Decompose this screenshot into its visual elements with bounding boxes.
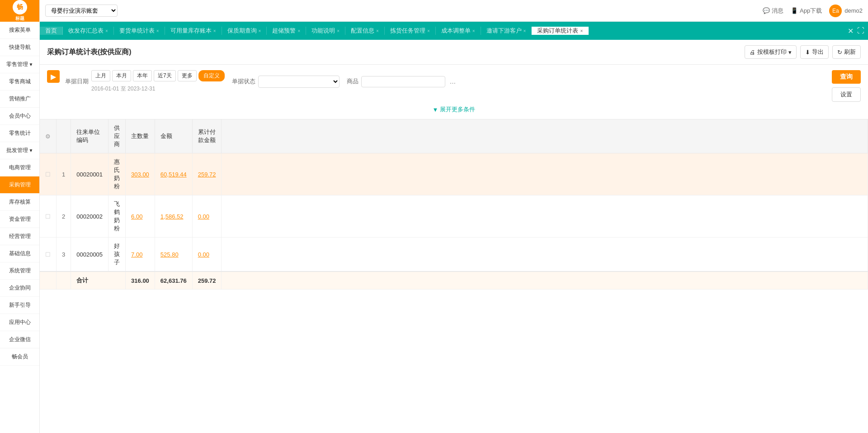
row-paid-amount-0: 259.72 <box>192 153 222 195</box>
table-footer-row: 合计 316.00 62,631.76 259.72 <box>40 271 868 290</box>
sidebar-item-marketing[interactable]: 营销推广 <box>0 90 39 108</box>
tab-invite-downstream[interactable]: 邀请下游客户 × <box>481 27 532 35</box>
row-amount-1: 1,586.52 <box>155 195 192 238</box>
store-select[interactable]: 母婴行业演示账套 <box>45 5 118 17</box>
tab-purchase-summary[interactable]: 采购订单统计表 × <box>532 27 589 35</box>
row-check-0[interactable]: ☐ <box>40 153 57 195</box>
goods-filter-dots[interactable]: ... <box>450 77 456 86</box>
tab-close-pickup-task[interactable]: × <box>427 29 430 33</box>
sidebar-item-retail[interactable]: 零售管理▼ <box>0 56 39 73</box>
tab-overstock-warning[interactable]: 超储预警 × <box>267 27 306 35</box>
sidebar-item-wholesale[interactable]: 批发管理▼ <box>0 142 39 159</box>
refresh-icon: ↻ <box>837 49 842 56</box>
tab-close-config-info[interactable]: × <box>376 29 379 33</box>
tab-items-container: 首页收发存汇总表 ×要货单统计表 ×可用量库存账本 ×保质期查询 ×超储预警 ×… <box>40 27 848 35</box>
tab-function-desc[interactable]: 功能说明 × <box>306 27 345 35</box>
sidebar-item-enterprise[interactable]: 企业协同 <box>0 280 39 297</box>
tab-close-order-summary[interactable]: × <box>156 29 159 33</box>
date-btn-last-month[interactable]: 上月 <box>91 70 110 81</box>
sidebar-item-inventory[interactable]: 库存核算 <box>0 194 39 211</box>
table-header-row: ⚙ 往来单位编码 供应商 主数量 金额 累计付款金额 <box>40 119 868 153</box>
sidebar-item-arrow-wholesale: ▼ <box>29 148 33 153</box>
goods-filter-input[interactable] <box>361 76 445 87</box>
tab-close-collect-summary[interactable]: × <box>105 29 108 33</box>
tab-close-all-icon[interactable]: ✕ <box>848 27 854 35</box>
sidebar-item-finance[interactable]: 资金管理 <box>0 211 39 228</box>
date-btn-7days[interactable]: 近7天 <box>154 70 176 81</box>
expand-more-button[interactable]: ▼ 展开更多条件 <box>433 105 476 114</box>
table-body: ☐ 1 00020001 惠氏奶粉 303.00 60,519.44 259.7… <box>40 153 868 272</box>
tab-home[interactable]: 首页 <box>40 27 63 35</box>
tab-label-inventory-ledger: 可用量库存账本 <box>170 27 212 35</box>
sidebar-item-app-center[interactable]: 应用中心 <box>0 314 39 331</box>
date-btn-custom[interactable]: 自定义 <box>198 70 225 81</box>
tab-close-purchase-summary[interactable]: × <box>580 29 583 33</box>
tab-order-summary[interactable]: 要货单统计表 × <box>114 27 165 35</box>
tab-config-info[interactable]: 配置信息 × <box>345 27 385 35</box>
date-btn-this-year[interactable]: 本年 <box>133 70 152 81</box>
settings-icon[interactable]: ⚙ <box>45 133 51 140</box>
setting-button[interactable]: 设置 <box>832 87 861 102</box>
query-button[interactable]: 查询 <box>832 70 861 84</box>
tab-close-function-desc[interactable]: × <box>337 29 340 33</box>
table-row: ☐ 3 00020005 好孩子 7.00 525.80 0.00 <box>40 238 868 272</box>
status-filter-select[interactable] <box>258 76 340 88</box>
sidebar-item-newbie[interactable]: 新手引导 <box>0 297 39 314</box>
sidebar-item-operations[interactable]: 经营管理 <box>0 228 39 245</box>
sidebar-item-purchase[interactable]: 采购管理 <box>0 176 39 194</box>
sidebar-item-basics[interactable]: 基础信息 <box>0 245 39 262</box>
row-amount-link-1[interactable]: 1,586.52 <box>160 213 184 220</box>
sidebar-item-vip[interactable]: 畅会员 <box>0 348 39 366</box>
filter-fields: 单据日期 上月 本月 本年 近7天 更多 自定义 2016-01-01 至 20… <box>65 70 821 93</box>
export-button[interactable]: ⬇ 导出 <box>800 45 829 59</box>
row-check-2[interactable]: ☐ <box>40 238 57 272</box>
content-area: 采购订单统计表(按供应商) 🖨 按模板打印 ▾ ⬇ 导出 ↻ 刷新 <box>40 40 868 433</box>
sidebar-item-quick-nav[interactable]: 快捷导航 <box>0 39 39 56</box>
sidebar-item-member[interactable]: 会员中心 <box>0 108 39 125</box>
date-btn-more[interactable]: 更多 <box>178 70 197 81</box>
app-download-button[interactable]: 📱 App下载 <box>791 7 822 15</box>
row-paid-link-1[interactable]: 0.00 <box>198 213 209 220</box>
tab-close-overstock-warning[interactable]: × <box>297 29 300 33</box>
tab-inventory-ledger[interactable]: 可用量库存账本 × <box>165 27 222 35</box>
user-menu[interactable]: Ea demo2 <box>829 5 863 17</box>
tab-cost-adjust[interactable]: 成本调整单 × <box>436 27 481 35</box>
tab-pickup-task[interactable]: 拣货任务管理 × <box>385 27 436 35</box>
row-extra-1 <box>222 195 868 238</box>
tab-close-warranty-query[interactable]: × <box>259 29 261 33</box>
tab-close-inventory-ledger[interactable]: × <box>213 29 216 33</box>
col-main-qty-header: 主数量 <box>126 119 155 153</box>
row-amount-link-2[interactable]: 525.80 <box>160 251 179 258</box>
tab-warranty-query[interactable]: 保质期查询 × <box>222 27 267 35</box>
sidebar-item-retail-stat[interactable]: 零售统计 <box>0 125 39 142</box>
template-print-button[interactable]: 🖨 按模板打印 ▾ <box>745 45 797 59</box>
tab-maximize-icon[interactable]: ⛶ <box>857 27 864 35</box>
row-main-qty-link-0[interactable]: 303.00 <box>131 171 149 178</box>
row-paid-link-2[interactable]: 0.00 <box>198 251 209 258</box>
refresh-button[interactable]: ↻ 刷新 <box>832 45 861 59</box>
row-main-qty-0: 303.00 <box>126 153 155 195</box>
sidebar-item-ecommerce[interactable]: 电商管理 <box>0 159 39 176</box>
date-btn-this-month[interactable]: 本月 <box>112 70 131 81</box>
message-button[interactable]: 💬 消息 <box>763 7 783 15</box>
logo-label: 标题 <box>15 15 24 22</box>
tab-close-cost-adjust[interactable]: × <box>472 29 475 33</box>
sidebar-item-system[interactable]: 系统管理 <box>0 262 39 280</box>
row-supplier-1: 飞鹤奶粉 <box>108 195 126 238</box>
row-unit-code-1: 00020002 <box>71 195 108 238</box>
row-amount-link-0[interactable]: 60,519.44 <box>160 171 187 178</box>
sidebar-item-search[interactable]: 搜索英单 <box>0 22 39 39</box>
tab-collect-summary[interactable]: 收发存汇总表 × <box>63 27 114 35</box>
filter-toggle-button[interactable]: ▶ <box>47 70 60 83</box>
refresh-label: 刷新 <box>844 48 856 56</box>
template-print-label: 按模板打印 <box>757 48 787 56</box>
user-name: demo2 <box>844 7 863 14</box>
row-main-qty-link-2[interactable]: 7.00 <box>131 251 142 258</box>
status-filter-label: 单据状态 <box>232 77 255 86</box>
sidebar-item-enterprise-wechat[interactable]: 企业微信 <box>0 331 39 348</box>
sidebar-item-retail-shop[interactable]: 零售商城 <box>0 73 39 90</box>
row-check-1[interactable]: ☐ <box>40 195 57 238</box>
row-main-qty-link-1[interactable]: 6.00 <box>131 213 142 220</box>
tab-close-invite-downstream[interactable]: × <box>524 29 526 33</box>
row-paid-link-0[interactable]: 259.72 <box>198 171 216 178</box>
